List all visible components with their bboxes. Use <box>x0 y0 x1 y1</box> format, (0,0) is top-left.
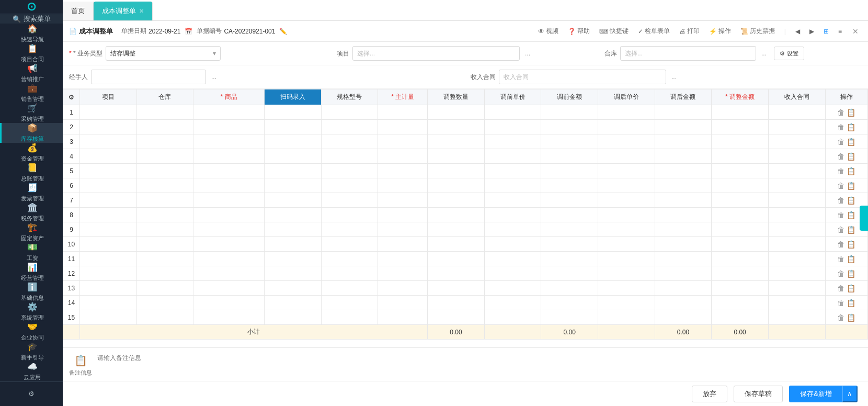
table-cell[interactable] <box>598 208 655 222</box>
table-cell[interactable] <box>484 164 541 178</box>
table-cell[interactable] <box>541 296 598 310</box>
table-cell[interactable] <box>80 208 137 222</box>
table-cell[interactable] <box>484 266 541 281</box>
table-cell[interactable] <box>541 134 598 149</box>
table-cell[interactable] <box>80 281 137 296</box>
table-cell[interactable] <box>428 120 485 134</box>
table-cell[interactable] <box>598 237 655 252</box>
nav-next-btn[interactable]: ▶ <box>807 27 816 36</box>
table-cell[interactable] <box>193 164 265 178</box>
table-cell[interactable] <box>712 310 769 325</box>
row-copy-icon[interactable]: 📋 <box>847 225 855 234</box>
table-cell[interactable] <box>598 310 655 325</box>
table-cell[interactable] <box>428 252 485 266</box>
table-cell[interactable] <box>541 281 598 296</box>
table-cell[interactable] <box>712 222 769 237</box>
table-cell[interactable] <box>598 134 655 149</box>
table-cell[interactable] <box>136 296 193 310</box>
row-copy-icon[interactable]: 📋 <box>847 167 855 175</box>
sidebar-item-sales[interactable]: 💼 销售管理 <box>0 83 63 103</box>
table-cell[interactable] <box>768 222 825 237</box>
table-cell[interactable] <box>655 222 712 237</box>
table-cell[interactable] <box>264 134 321 149</box>
row-copy-icon[interactable]: 📋 <box>847 255 855 263</box>
table-cell[interactable] <box>541 120 598 134</box>
row-delete-icon[interactable]: 🗑 <box>837 255 844 263</box>
table-cell[interactable] <box>264 266 321 281</box>
table-cell[interactable] <box>80 120 137 134</box>
table-cell[interactable] <box>80 134 137 149</box>
sidebar-item-operations[interactable]: 📊 经营管理 <box>0 262 63 282</box>
table-cell[interactable] <box>80 237 137 252</box>
table-cell[interactable] <box>264 222 321 237</box>
row-copy-icon[interactable]: 📋 <box>847 211 855 219</box>
history-btn[interactable]: 📜 历史票据 <box>738 26 777 37</box>
sidebar-item-enterprise[interactable]: 🤝 企业协同 <box>0 322 63 342</box>
row-delete-icon[interactable]: 🗑 <box>837 299 844 307</box>
table-cell[interactable] <box>428 193 485 208</box>
sidebar-settings-btn[interactable]: ⚙ <box>0 382 63 405</box>
tab-cost-adjust[interactable]: 成本调整单 ✕ <box>94 2 153 20</box>
table-cell[interactable] <box>193 252 265 266</box>
table-cell[interactable] <box>264 208 321 222</box>
sidebar-item-inventory[interactable]: 📦 库存核算 <box>0 123 63 143</box>
table-cell[interactable] <box>655 164 712 178</box>
row-delete-icon[interactable]: 🗑 <box>837 284 844 292</box>
row-copy-icon[interactable]: 📋 <box>847 108 855 117</box>
table-cell[interactable] <box>484 149 541 164</box>
table-cell[interactable] <box>598 105 655 120</box>
table-cell[interactable] <box>712 105 769 120</box>
sidebar-item-assets[interactable]: 🏗️ 固定资产 <box>0 222 63 242</box>
print-btn[interactable]: 🖨 打印 <box>677 26 702 37</box>
table-cell[interactable] <box>193 134 265 149</box>
sidebar-item-cloud[interactable]: ☁️ 云应用 <box>0 362 63 381</box>
sidebar-item-project-contract[interactable]: 📋 项目合同 <box>0 43 63 63</box>
table-cell[interactable] <box>598 296 655 310</box>
table-cell[interactable] <box>768 164 825 178</box>
table-cell[interactable] <box>428 237 485 252</box>
table-cell[interactable] <box>378 193 428 208</box>
table-cell[interactable] <box>378 149 428 164</box>
side-tab[interactable] <box>860 206 868 231</box>
table-cell[interactable] <box>321 178 378 193</box>
table-cell[interactable] <box>428 105 485 120</box>
table-cell[interactable] <box>598 178 655 193</box>
table-cell[interactable] <box>378 281 428 296</box>
table-cell[interactable] <box>428 208 485 222</box>
row-delete-icon[interactable]: 🗑 <box>837 182 844 190</box>
table-cell[interactable] <box>80 164 137 178</box>
table-cell[interactable] <box>80 105 137 120</box>
warehouse-input[interactable]: 选择... <box>620 46 756 61</box>
table-cell[interactable] <box>264 237 321 252</box>
table-cell[interactable] <box>484 178 541 193</box>
table-cell[interactable] <box>321 281 378 296</box>
table-cell[interactable] <box>378 105 428 120</box>
table-cell[interactable] <box>378 134 428 149</box>
table-cell[interactable] <box>712 237 769 252</box>
save-draft-button[interactable]: 保存草稿 <box>734 386 783 402</box>
table-cell[interactable] <box>193 208 265 222</box>
table-cell[interactable] <box>484 237 541 252</box>
tab-home[interactable]: 首页 <box>63 2 94 20</box>
sidebar-item-beginner[interactable]: 🎓 新手引导 <box>0 342 63 362</box>
table-cell[interactable] <box>136 178 193 193</box>
table-cell[interactable] <box>321 105 378 120</box>
table-cell[interactable] <box>193 178 265 193</box>
table-cell[interactable] <box>768 149 825 164</box>
table-cell[interactable] <box>655 178 712 193</box>
sidebar-item-purchase[interactable]: 🛒 采购管理 <box>0 103 63 123</box>
table-cell[interactable] <box>655 134 712 149</box>
table-cell[interactable] <box>598 252 655 266</box>
table-cell[interactable] <box>655 237 712 252</box>
table-cell[interactable] <box>321 252 378 266</box>
table-cell[interactable] <box>768 193 825 208</box>
view-grid-btn[interactable]: ⊞ <box>821 27 831 36</box>
table-cell[interactable] <box>541 266 598 281</box>
table-cell[interactable] <box>768 237 825 252</box>
table-cell[interactable] <box>378 164 428 178</box>
view-list-btn[interactable]: ≡ <box>836 27 844 36</box>
table-cell[interactable] <box>136 149 193 164</box>
income-contract-dots[interactable]: ... <box>671 73 677 81</box>
table-cell[interactable] <box>541 222 598 237</box>
row-delete-icon[interactable]: 🗑 <box>837 108 844 117</box>
